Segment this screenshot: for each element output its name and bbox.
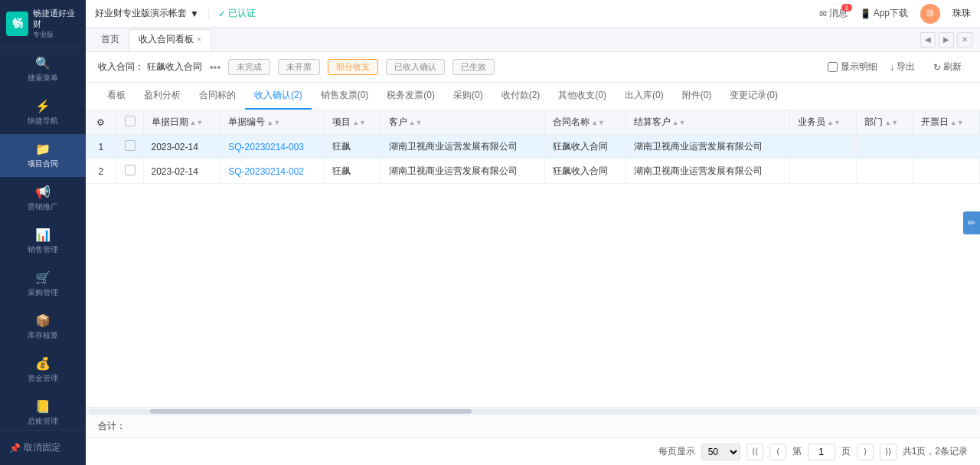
cell-invoice-date-1 xyxy=(913,159,979,184)
message-button[interactable]: ✉ 1 消息 xyxy=(819,7,848,20)
sidebar-item-1[interactable]: ⚡快捷导航 xyxy=(0,91,86,134)
prev-page-button[interactable]: ⟨ xyxy=(769,444,786,460)
contract-more-button[interactable]: ••• xyxy=(210,61,221,74)
setting-icon: ⚙ xyxy=(96,117,105,128)
export-button[interactable]: ↓ 导出 xyxy=(884,58,921,76)
sidebar-label-7: 资金管理 xyxy=(28,373,58,384)
col-header-setting[interactable]: ⚙ xyxy=(86,110,116,135)
message-icon: ✉ xyxy=(819,8,827,19)
sidebar-item-4[interactable]: 📊销售管理 xyxy=(0,220,86,263)
per-page-select[interactable]: 50 100 200 xyxy=(701,444,740,460)
cell-customer-1: 湖南卫视商业运营发展有限公司 xyxy=(381,159,544,184)
sidebar-item-2[interactable]: 📁项目合同 xyxy=(0,134,86,177)
sort-customer-icon: ▲▼ xyxy=(409,119,423,126)
tab-home[interactable]: 首页 xyxy=(93,29,127,51)
tab-nav-prev[interactable]: ◀ xyxy=(920,32,936,47)
table-scrollbar[interactable] xyxy=(86,407,980,414)
cell-check-0[interactable] xyxy=(116,135,143,159)
sub-tab-7[interactable]: 收付款(2) xyxy=(492,83,550,110)
cell-docno-1[interactable]: SQ-20230214-002 xyxy=(220,159,325,184)
status-active[interactable]: 已生效 xyxy=(452,59,495,75)
table-row[interactable]: 2 2023-02-14 SQ-20230214-002 狂飙 湖南卫视商业运营… xyxy=(86,159,980,184)
sub-tab-11[interactable]: 变更记录(0) xyxy=(720,83,787,110)
verified-text: 已认证 xyxy=(228,7,256,20)
sub-tab-1[interactable]: 盈利分析 xyxy=(135,83,190,110)
cell-salesperson-1 xyxy=(790,159,857,184)
tab-close-button[interactable]: × xyxy=(197,35,201,44)
docno-link-1[interactable]: SQ-20230214-002 xyxy=(228,166,304,177)
pagination-bar: 每页显示 50 100 200 ⟨⟨ ⟨ 第 页 ⟩ ⟩⟩ 共1页，2条记录 xyxy=(86,437,980,465)
sub-tab-3[interactable]: 收入确认(2) xyxy=(245,83,312,110)
tabbar: 首页 收入合同看板 × ◀ ▶ ✕ xyxy=(86,28,980,52)
contract-title-name: 狂飙收入合同 xyxy=(147,61,202,72)
sidebar-item-6[interactable]: 📦库存核算 xyxy=(0,306,86,349)
status-confirmed[interactable]: 已收入确认 xyxy=(386,59,445,75)
app-download-button[interactable]: 📱 App下载 xyxy=(860,7,908,20)
scroll-track[interactable] xyxy=(89,409,977,414)
sort-date-icon: ▲▼ xyxy=(190,119,204,126)
sidebar-item-7[interactable]: 💰资金管理 xyxy=(0,349,86,391)
col-header-customer[interactable]: 客户▲▼ xyxy=(381,110,544,135)
last-page-button[interactable]: ⟩⟩ xyxy=(880,444,897,460)
first-page-button[interactable]: ⟨⟨ xyxy=(746,444,763,460)
sidebar-item-8[interactable]: 📒总账管理 xyxy=(0,391,86,430)
status-incomplete[interactable]: 未完成 xyxy=(228,59,270,75)
sidebar-label-2: 项目合同 xyxy=(28,159,58,169)
sub-tab-0[interactable]: 看板 xyxy=(98,83,135,110)
show-detail-label[interactable]: 显示明细 xyxy=(828,61,877,74)
scroll-thumb[interactable] xyxy=(150,409,472,414)
sub-tab-4[interactable]: 销售发票(0) xyxy=(312,83,378,110)
right-edit-button[interactable]: ✏ xyxy=(963,211,980,234)
row-checkbox-0[interactable] xyxy=(125,140,136,151)
col-header-project[interactable]: 项目▲▼ xyxy=(325,110,381,135)
show-detail-checkbox[interactable] xyxy=(828,62,838,72)
table-area: ⚙ 单据日期▲▼ 单据编号▲▼ 项目▲▼ 客户▲▼ 合同名称▲▼ 结算客户▲▼ … xyxy=(86,110,980,407)
col-header-dept[interactable]: 部门▲▼ xyxy=(857,110,913,135)
col-header-contract[interactable]: 合同名称▲▼ xyxy=(545,110,626,135)
col-header-salesperson[interactable]: 业务员▲▼ xyxy=(790,110,857,135)
sub-tab-6[interactable]: 采购(0) xyxy=(444,83,492,110)
col-header-date[interactable]: 单据日期▲▼ xyxy=(143,110,220,135)
sidebar-label-0: 搜索菜单 xyxy=(28,73,58,84)
cell-date-1: 2023-02-14 xyxy=(143,159,220,184)
cell-docno-0[interactable]: SQ-20230214-003 xyxy=(220,135,325,159)
sub-tab-10[interactable]: 附件(0) xyxy=(673,83,721,110)
sub-tab-9[interactable]: 出入库(0) xyxy=(616,83,673,110)
message-badge: 1 xyxy=(841,4,852,11)
table-header: ⚙ 单据日期▲▼ 单据编号▲▼ 项目▲▼ 客户▲▼ 合同名称▲▼ 结算客户▲▼ … xyxy=(86,110,980,135)
tab-nav-next[interactable]: ▶ xyxy=(939,32,954,47)
topbar-right: ✉ 1 消息 📱 App下载 珠 珠珠 xyxy=(819,4,971,24)
sidebar-icon-4: 📊 xyxy=(35,228,51,242)
row-checkbox-1[interactable] xyxy=(125,165,136,175)
next-page-button[interactable]: ⟩ xyxy=(857,444,874,460)
sidebar-unpin-item[interactable]: 📌 取消固定 xyxy=(6,437,80,459)
avatar[interactable]: 珠 xyxy=(920,4,940,24)
header-checkbox[interactable] xyxy=(125,116,136,126)
cell-customer-0: 湖南卫视商业运营发展有限公司 xyxy=(381,135,544,159)
sub-tab-2[interactable]: 合同标的 xyxy=(190,83,245,110)
tab-nav-close[interactable]: ✕ xyxy=(957,32,972,47)
sidebar-item-5[interactable]: 🛒采购管理 xyxy=(0,263,86,306)
table-row[interactable]: 1 2023-02-14 SQ-20230214-003 狂飙 湖南卫视商业运营… xyxy=(86,135,980,159)
status-partial[interactable]: 部分收支 xyxy=(328,59,378,75)
sidebar-item-0[interactable]: 🔍搜索菜单 xyxy=(0,48,86,91)
cell-contract-0: 狂飙收入合同 xyxy=(545,135,626,159)
sub-tab-5[interactable]: 税务发票(0) xyxy=(377,83,444,110)
cell-check-1[interactable] xyxy=(116,159,143,184)
sidebar-item-3[interactable]: 📢营销推广 xyxy=(0,177,86,220)
status-noinvoice[interactable]: 未开票 xyxy=(278,59,320,75)
col-header-invoice-date[interactable]: 开票日▲▼ xyxy=(913,110,979,135)
col-header-settlement[interactable]: 结算客户▲▼ xyxy=(626,110,789,135)
col-header-docno[interactable]: 单据编号▲▼ xyxy=(220,110,325,135)
export-label: 导出 xyxy=(897,61,915,74)
page-label-end: 页 xyxy=(841,445,851,458)
tab-contract-board[interactable]: 收入合同看板 × xyxy=(129,29,211,51)
cell-salesperson-0 xyxy=(790,135,857,159)
refresh-button[interactable]: ↻ 刷新 xyxy=(927,58,968,76)
page-input[interactable] xyxy=(808,444,835,460)
sub-tab-8[interactable]: 其他收支(0) xyxy=(549,83,616,110)
contract-header: 收入合同： 狂飙收入合同 ••• 未完成 未开票 部分收支 已收入确认 已生效 … xyxy=(86,52,980,83)
docno-link-0[interactable]: SQ-20230214-003 xyxy=(228,142,304,152)
avatar-name[interactable]: 珠珠 xyxy=(952,7,971,20)
company-selector[interactable]: 好业财专业版演示帐套 ▼ xyxy=(95,7,199,20)
